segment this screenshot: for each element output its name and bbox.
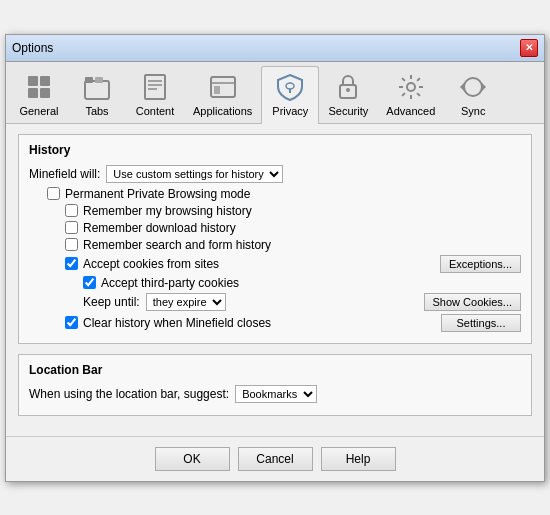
remember-download-row: Remember download history xyxy=(65,221,521,235)
svg-rect-6 xyxy=(95,77,103,83)
titlebar: Options ✕ xyxy=(6,35,544,62)
tab-general[interactable]: General xyxy=(10,66,68,123)
remember-search-checkbox[interactable] xyxy=(65,238,78,251)
accept-cookies-check-label: Accept cookies from sites xyxy=(65,257,440,271)
history-checkboxes: Permanent Private Browsing mode Remember… xyxy=(29,187,521,335)
location-bar-section: Location Bar When using the location bar… xyxy=(18,354,532,416)
clear-history-row: Clear history when Minefield closes Sett… xyxy=(29,314,521,332)
svg-rect-3 xyxy=(40,88,50,98)
accept-third-party-label: Accept third-party cookies xyxy=(101,276,239,290)
svg-rect-4 xyxy=(85,81,109,99)
remember-browsing-checkbox[interactable] xyxy=(65,204,78,217)
svg-point-14 xyxy=(286,83,294,89)
tab-tabs[interactable]: Tabs xyxy=(68,66,126,123)
svg-rect-0 xyxy=(28,76,38,86)
svg-rect-2 xyxy=(28,88,38,98)
history-options-area: Permanent Private Browsing mode Remember… xyxy=(29,187,521,335)
settings-button[interactable]: Settings... xyxy=(441,314,521,332)
minefield-row: Minefield will: Use custom settings for … xyxy=(29,165,521,183)
svg-marker-20 xyxy=(460,83,464,91)
tab-security-label: Security xyxy=(328,105,368,117)
tab-privacy-label: Privacy xyxy=(272,105,308,117)
remember-download-label: Remember download history xyxy=(83,221,236,235)
tab-security[interactable]: Security xyxy=(319,66,377,123)
keep-until-label: Keep until: xyxy=(83,295,140,309)
clear-history-check-label: Clear history when Minefield closes xyxy=(65,316,441,330)
permanent-private-label: Permanent Private Browsing mode xyxy=(65,187,250,201)
tab-general-label: General xyxy=(19,105,58,117)
security-icon xyxy=(332,71,364,103)
cancel-button[interactable]: Cancel xyxy=(238,447,313,471)
suggest-label: When using the location bar, suggest: xyxy=(29,387,229,401)
accept-cookies-label: Accept cookies from sites xyxy=(83,257,219,271)
minefield-label: Minefield will: xyxy=(29,167,100,181)
sync-icon xyxy=(457,71,489,103)
advanced-icon xyxy=(395,71,427,103)
general-icon xyxy=(23,71,55,103)
options-window: Options ✕ General Tabs Content Appl xyxy=(5,34,545,482)
svg-point-18 xyxy=(407,83,415,91)
accept-third-party-checkbox[interactable] xyxy=(83,276,96,289)
keep-until-row: Keep until: they expire Show Cookies... xyxy=(29,293,521,311)
history-title: History xyxy=(29,143,521,157)
remember-browsing-label: Remember my browsing history xyxy=(83,204,252,218)
tab-applications[interactable]: Applications xyxy=(184,66,261,123)
history-section: History Minefield will: Use custom setti… xyxy=(18,134,532,344)
keep-until-dropdown[interactable]: they expire xyxy=(146,293,226,311)
tab-content-label: Content xyxy=(136,105,175,117)
suggest-dropdown[interactable]: Bookmarks xyxy=(235,385,317,403)
remember-download-checkbox[interactable] xyxy=(65,221,78,234)
exceptions-button[interactable]: Exceptions... xyxy=(440,255,521,273)
remember-browsing-row: Remember my browsing history xyxy=(65,204,521,218)
svg-rect-7 xyxy=(145,75,165,99)
content-area: History Minefield will: Use custom setti… xyxy=(6,124,544,436)
window-title: Options xyxy=(12,41,53,55)
tabs-icon xyxy=(81,71,113,103)
clear-history-checkbox[interactable] xyxy=(65,316,78,329)
svg-rect-13 xyxy=(214,86,220,94)
accept-cookies-checkbox[interactable] xyxy=(65,257,78,270)
privacy-icon xyxy=(274,71,306,103)
tab-content[interactable]: Content xyxy=(126,66,184,123)
tab-applications-label: Applications xyxy=(193,105,252,117)
permanent-private-checkbox[interactable] xyxy=(47,187,60,200)
close-button[interactable]: ✕ xyxy=(520,39,538,57)
keep-until-inner: Keep until: they expire xyxy=(83,293,424,311)
ok-button[interactable]: OK xyxy=(155,447,230,471)
help-button[interactable]: Help xyxy=(321,447,396,471)
tab-privacy[interactable]: Privacy xyxy=(261,66,319,124)
suggest-row: When using the location bar, suggest: Bo… xyxy=(29,385,521,403)
show-cookies-button[interactable]: Show Cookies... xyxy=(424,293,521,311)
remember-search-label: Remember search and form history xyxy=(83,238,271,252)
tab-tabs-label: Tabs xyxy=(85,105,108,117)
accept-third-party-row: Accept third-party cookies xyxy=(83,276,521,290)
location-bar-title: Location Bar xyxy=(29,363,521,377)
content-icon xyxy=(139,71,171,103)
svg-rect-1 xyxy=(40,76,50,86)
tab-advanced[interactable]: Advanced xyxy=(377,66,444,123)
applications-icon xyxy=(207,71,239,103)
tab-bar: General Tabs Content Applications Privac… xyxy=(6,62,544,124)
clear-history-label: Clear history when Minefield closes xyxy=(83,316,271,330)
svg-point-17 xyxy=(346,88,350,92)
history-dropdown[interactable]: Use custom settings for history xyxy=(106,165,283,183)
footer-bar: OK Cancel Help xyxy=(6,436,544,481)
permanent-private-row: Permanent Private Browsing mode xyxy=(47,187,521,201)
accept-cookies-row: Accept cookies from sites Exceptions... xyxy=(29,255,521,273)
tab-sync-label: Sync xyxy=(461,105,485,117)
remember-search-row: Remember search and form history xyxy=(65,238,521,252)
tab-advanced-label: Advanced xyxy=(386,105,435,117)
svg-rect-5 xyxy=(85,77,93,83)
tab-sync[interactable]: Sync xyxy=(444,66,502,123)
